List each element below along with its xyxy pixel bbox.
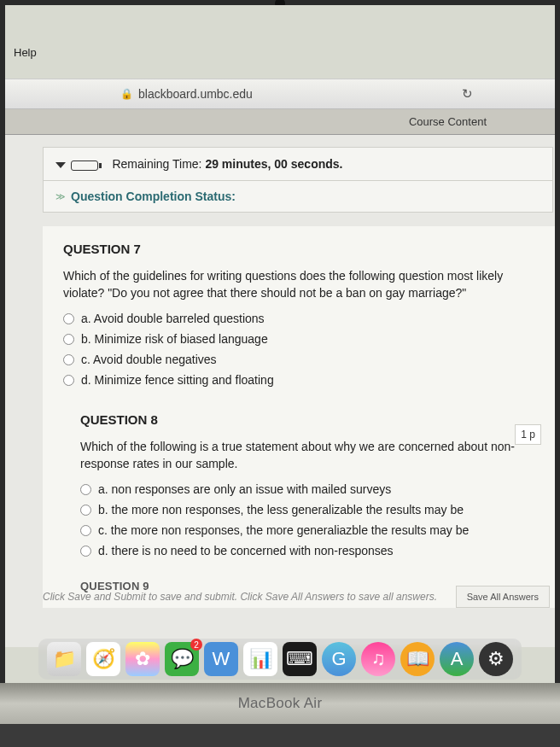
tab-bar: Course Content [5,109,555,135]
question-7: QUESTION 7 Which of the guidelines for w… [43,226,555,608]
itunes-icon[interactable]: ♫ [361,642,395,676]
photos-icon[interactable]: ✿ [125,642,160,676]
messages-icon[interactable]: 💬2 [165,642,199,676]
messages-badge: 2 [190,639,202,651]
word-icon[interactable]: W [204,642,238,676]
q8-option-b[interactable]: b. the more non responses, the less gene… [80,503,540,516]
chrome-icon[interactable]: G [322,642,356,676]
save-all-answers-button[interactable]: Save All Answers [456,586,550,608]
reload-icon[interactable]: ↻ [462,86,473,102]
timer-label: Remaining Time: [112,157,205,171]
battery-icon [71,160,98,171]
radio-icon[interactable] [63,375,74,386]
finder-icon[interactable]: 📁 [47,642,81,676]
radio-icon[interactable] [63,354,74,365]
laptop-model: MacBook Air [238,695,323,712]
macos-dock: 📁 🧭 ✿ 💬2 W 📊 ⌨ G ♫ 📖 A ⚙ [38,639,522,680]
appstore-icon[interactable]: A [440,642,474,676]
lock-icon: 🔒 [120,88,133,100]
footer-hint: Click Save and Submit to save and submit… [43,591,437,603]
settings-icon[interactable]: ⚙ [479,642,513,676]
timer-panel: Remaining Time: 29 minutes, 00 seconds. [43,147,553,181]
q8-prompt: Which of the following is a true stateme… [80,439,540,472]
q7-option-c[interactable]: c. Avoid double negatives [63,353,540,366]
address-bar[interactable]: 🔒 blackboard.umbc.edu [120,87,253,101]
status-label: Question Completion Status: [71,190,236,203]
q8-points: 1 p [515,424,541,445]
radio-icon[interactable] [80,484,91,495]
radio-icon[interactable] [80,505,91,516]
ibooks-icon[interactable]: 📖 [400,642,435,676]
radio-icon[interactable] [80,546,91,557]
radio-icon[interactable] [63,313,74,324]
q8-option-a[interactable]: a. non responses are only an issue with … [80,482,540,496]
chevron-down-icon[interactable] [55,162,66,168]
q8-title: QUESTION 8 [80,412,540,427]
q7-option-a[interactable]: a. Avoid double barreled questions [63,312,540,325]
radio-icon[interactable] [80,525,91,536]
help-menu[interactable]: Help [5,43,45,62]
terminal-icon[interactable]: ⌨ [283,642,317,676]
safari-icon[interactable]: 🧭 [86,642,120,676]
q8-option-d[interactable]: d. there is no need to be concerned with… [80,544,540,557]
timer-value: 29 minutes, 00 seconds. [205,157,342,171]
q7-title: QUESTION 7 [63,242,540,256]
url-text: blackboard.umbc.edu [138,87,253,101]
q7-prompt: Which of the guidelines for writing ques… [63,268,540,301]
status-panel[interactable]: ≫ Question Completion Status: [43,181,553,213]
numbers-icon[interactable]: 📊 [243,642,277,676]
q7-option-d[interactable]: d. Minimize fence sitting and floating [63,373,540,387]
q8-option-c[interactable]: c. the more non responses, the more gene… [80,523,540,537]
laptop-hinge: MacBook Air [0,683,560,724]
expand-icon: ≫ [55,191,66,202]
tab-title[interactable]: Course Content [409,115,487,128]
radio-icon[interactable] [63,334,74,345]
browser-toolbar: 🔒 blackboard.umbc.edu ↻ [5,79,555,109]
q7-option-b[interactable]: b. Minimize risk of biased language [63,332,540,346]
